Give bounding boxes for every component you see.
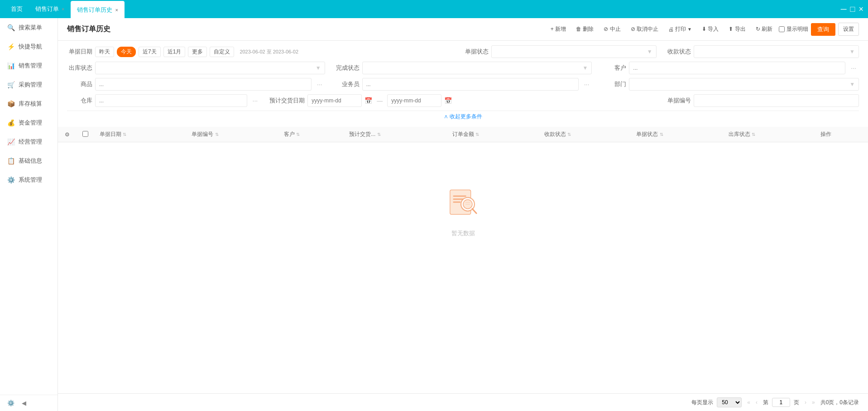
- new-button[interactable]: + 新增: [547, 24, 570, 35]
- filter-customer: 客户 ···: [601, 62, 859, 74]
- col-out-status[interactable]: 出库状态 ⇅: [723, 127, 815, 142]
- col-action: 操作: [815, 127, 868, 142]
- settings-button[interactable]: 设置: [838, 23, 859, 36]
- data-table: ⚙ 单据日期 ⇅ 单据编号 ⇅ 客户: [58, 127, 868, 274]
- dept-dropdown-icon: ▼: [849, 81, 855, 87]
- bill-no-input[interactable]: [694, 94, 859, 107]
- close-button[interactable]: ×: [858, 5, 863, 14]
- dept-select[interactable]: ▼: [629, 78, 859, 91]
- warehouse-input[interactable]: [95, 94, 247, 107]
- current-page-input[interactable]: [772, 398, 790, 407]
- filter-complete-status: 完成状态 ▼: [334, 62, 592, 74]
- tab-sales-order[interactable]: 销售订单 ×: [29, 0, 71, 18]
- collapse-bar[interactable]: ∧ 收起更多条件: [67, 111, 859, 122]
- delete-button[interactable]: 🗑 删除: [572, 24, 597, 35]
- col-bill-status[interactable]: 单据状态 ⇅: [631, 127, 723, 142]
- import-button[interactable]: ⬇ 导入: [698, 24, 722, 35]
- date-btn-custom[interactable]: 自定义: [210, 47, 234, 57]
- sidebar-item-inventory[interactable]: 📦 库存核算: [0, 94, 58, 113]
- sidebar-item-sales[interactable]: 📊 销售管理: [0, 56, 58, 75]
- query-button[interactable]: 查询: [811, 23, 835, 36]
- page-size-select[interactable]: 20 50 100: [717, 397, 742, 407]
- basic-info-icon: 📋: [7, 157, 15, 164]
- col-bill-no[interactable]: 单据编号 ⇅: [186, 127, 278, 142]
- out-status-select[interactable]: ▼: [95, 62, 325, 74]
- tab-home[interactable]: 首页: [5, 0, 29, 18]
- refresh-button[interactable]: ↻ 刷新: [752, 24, 776, 35]
- maximize-button[interactable]: □: [850, 5, 855, 14]
- sidebar-item-quick-nav-label: 快捷导航: [19, 43, 42, 51]
- prev-page-button[interactable]: ‹: [754, 398, 759, 406]
- sidebar-settings-icon[interactable]: ⚙️: [7, 400, 14, 406]
- page-title-row: 销售订单历史 + 新增 🗑 删除 ⊘ 中止 ⊘ 取消中止 🖨 🖨 打印 打印 ▼…: [67, 23, 859, 36]
- sort-out-status-icon: ⇅: [752, 132, 755, 137]
- complete-status-select[interactable]: ▼: [362, 62, 592, 74]
- warehouse-dots[interactable]: ···: [250, 97, 261, 104]
- col-expected-date[interactable]: 预计交货... ⇅: [344, 127, 447, 142]
- minimize-button[interactable]: ─: [841, 5, 847, 14]
- sidebar-item-quick-nav[interactable]: ⚡ 快捷导航: [0, 37, 58, 56]
- show-detail-checkbox[interactable]: 显示明细: [779, 25, 808, 33]
- finance-icon: 💰: [7, 119, 15, 126]
- sidebar-item-purchase[interactable]: 🛒 采购管理: [0, 75, 58, 94]
- col-order-amount[interactable]: 订单金额 ⇅: [447, 127, 539, 142]
- filter-row-4: 仓库 ··· 预计交货日期 📅 — 📅 单据编号: [67, 94, 859, 107]
- calendar-to-icon[interactable]: 📅: [444, 97, 452, 104]
- window-controls: ─ □ ×: [841, 5, 863, 14]
- svg-rect-3: [453, 202, 460, 203]
- first-page-button[interactable]: «: [745, 398, 752, 406]
- cancel-stop-button[interactable]: ⊘ 取消中止: [627, 24, 662, 35]
- warehouse-label: 仓库: [67, 97, 92, 105]
- sidebar-item-basic[interactable]: 📋 基础信息: [0, 151, 58, 170]
- show-detail-input[interactable]: [779, 26, 785, 32]
- col-bill-date[interactable]: 单据日期 ⇅: [94, 127, 186, 142]
- tab-sales-order-history-close[interactable]: ×: [115, 7, 118, 13]
- product-input[interactable]: [95, 78, 312, 91]
- calendar-from-icon[interactable]: 📅: [364, 97, 372, 104]
- export-button[interactable]: ⬆ 导出: [725, 24, 749, 35]
- sidebar-item-business[interactable]: 📈 经营管理: [0, 132, 58, 151]
- table-settings-col[interactable]: ⚙: [58, 127, 76, 142]
- print-button[interactable]: 🖨 🖨 打印 打印 ▼: [665, 24, 695, 35]
- main-layout: 🔍 搜索菜单 ⚡ 快捷导航 📊 销售管理 🛒 采购管理 📦 库存核算 💰 资金管…: [0, 18, 868, 411]
- date-btn-1month[interactable]: 近1月: [163, 47, 186, 57]
- col-customer[interactable]: 客户 ⇅: [278, 127, 344, 142]
- salesperson-dots[interactable]: ···: [581, 81, 592, 88]
- customer-input[interactable]: [629, 62, 845, 74]
- business-icon: 📈: [7, 138, 15, 145]
- bill-date-label: 单据日期: [67, 48, 92, 56]
- expected-date-to[interactable]: [387, 94, 441, 107]
- salesperson-input[interactable]: [362, 78, 579, 91]
- out-status-dropdown-icon: ▼: [316, 65, 321, 71]
- col-receipt-status[interactable]: 收款状态 ⇅: [539, 127, 631, 142]
- stop-button[interactable]: ⊘ 中止: [600, 24, 624, 35]
- sort-expected-date-icon: ⇅: [377, 132, 381, 137]
- show-detail-label: 显示明细: [786, 25, 808, 33]
- tab-sales-order-close[interactable]: ×: [62, 6, 64, 12]
- date-btn-today[interactable]: 今天: [117, 47, 136, 57]
- date-range-text: 2023-06-02 至 2023-06-02: [240, 48, 298, 55]
- date-btn-more[interactable]: 更多: [188, 47, 207, 57]
- collapse-label: ∧ 收起更多条件: [444, 113, 482, 120]
- sidebar-item-search[interactable]: 🔍 搜索菜单: [0, 18, 58, 37]
- expected-date-from[interactable]: [307, 94, 362, 107]
- complete-status-label: 完成状态: [334, 64, 360, 72]
- svg-line-6: [472, 209, 476, 213]
- sidebar-item-finance[interactable]: 💰 资金管理: [0, 113, 58, 132]
- svg-rect-2: [453, 198, 463, 200]
- tab-sales-order-history[interactable]: 销售订单历史 ×: [71, 1, 124, 19]
- product-dots[interactable]: ···: [314, 81, 325, 88]
- date-btn-7days[interactable]: 近7天: [139, 47, 161, 57]
- sidebar-collapse-icon[interactable]: ◀: [22, 400, 26, 406]
- last-page-button[interactable]: »: [810, 398, 817, 406]
- select-all-checkbox[interactable]: [82, 131, 88, 137]
- receipt-status-select[interactable]: ▼: [694, 45, 859, 58]
- bill-status-select[interactable]: ▼: [491, 45, 657, 58]
- sidebar-bottom: ⚙️ ◀: [0, 395, 58, 411]
- customer-dots[interactable]: ···: [848, 64, 859, 72]
- sidebar-item-system[interactable]: ⚙️ 系统管理: [0, 170, 58, 189]
- next-page-button[interactable]: ›: [803, 398, 808, 406]
- tab-sales-order-history-label: 销售订单历史: [77, 6, 112, 14]
- filter-expected-date: 预计交货日期 📅 — 📅: [269, 94, 657, 107]
- date-btn-yesterday[interactable]: 昨天: [95, 47, 114, 57]
